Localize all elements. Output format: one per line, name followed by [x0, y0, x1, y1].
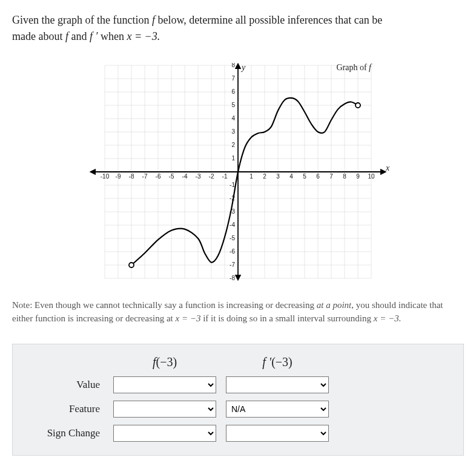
- svg-text:-1: -1: [230, 182, 235, 188]
- note-part: if it is doing so in a small interval su…: [200, 313, 373, 323]
- svg-text:2: 2: [231, 142, 235, 148]
- sign-fprime-select[interactable]: [226, 425, 329, 442]
- graph-svg: x y -10-9-8-7-6-5-4-3-2-112345678910-8-7…: [81, 63, 395, 281]
- svg-text:4: 4: [231, 115, 235, 122]
- row-label-value: Value: [25, 379, 104, 391]
- question-text: Given the graph of the function f below,…: [12, 12, 464, 45]
- svg-text:-9: -9: [116, 173, 121, 180]
- svg-text:-8: -8: [129, 173, 134, 180]
- svg-text:3: 3: [231, 128, 235, 135]
- svg-text:8: 8: [231, 63, 235, 68]
- svg-point-76: [129, 263, 134, 267]
- note-eqn: x = −3.: [374, 313, 402, 323]
- col-head-fprime: f ′(−3): [226, 355, 329, 369]
- svg-text:5: 5: [303, 173, 306, 180]
- q-part: and: [68, 30, 90, 42]
- var-fprime: f ′: [90, 30, 98, 42]
- row-label-sign: Sign Change: [25, 427, 104, 439]
- svg-text:5: 5: [231, 102, 235, 108]
- svg-text:-4: -4: [182, 173, 188, 180]
- note-part: Note: Even though we cannot technically …: [12, 300, 317, 310]
- svg-text:3: 3: [276, 173, 280, 180]
- row-label-feature: Feature: [25, 403, 104, 415]
- note-text: Note: Even though we cannot technically …: [12, 299, 464, 326]
- svg-text:7: 7: [231, 75, 235, 82]
- graph-area: Graph of f x y -10-9-8-7-6-5-4-3-2-11234…: [12, 63, 464, 281]
- feature-fprime-select[interactable]: N/A: [226, 401, 329, 418]
- svg-text:-4: -4: [230, 221, 235, 228]
- graph-title: Graph of f: [336, 63, 371, 73]
- svg-text:-6: -6: [230, 248, 235, 255]
- svg-text:-1: -1: [222, 173, 228, 180]
- q-part: Given the graph of the function: [12, 14, 152, 26]
- x-axis-label: x: [385, 163, 390, 172]
- svg-text:4: 4: [289, 173, 293, 180]
- note-eqn: x = −3: [175, 313, 200, 323]
- feature-f-select[interactable]: [113, 401, 216, 418]
- svg-text:9: 9: [356, 173, 360, 180]
- svg-text:7: 7: [329, 173, 333, 180]
- svg-text:-8: -8: [230, 275, 235, 281]
- svg-text:-10: -10: [101, 173, 110, 180]
- sign-f-select[interactable]: [113, 425, 216, 442]
- value-fprime-select[interactable]: [226, 376, 329, 393]
- svg-text:1: 1: [250, 173, 253, 180]
- eqn: x = −3.: [127, 30, 160, 42]
- svg-text:6: 6: [316, 173, 320, 180]
- svg-text:-3: -3: [196, 173, 201, 180]
- q-part: made about: [12, 30, 65, 42]
- q-part: when: [98, 30, 127, 42]
- svg-text:-2: -2: [209, 173, 214, 180]
- note-ital: at a point: [317, 300, 352, 310]
- svg-text:-7: -7: [142, 173, 148, 180]
- svg-text:-6: -6: [156, 173, 161, 180]
- value-f-select[interactable]: [113, 376, 216, 393]
- q-part: below, determine all possible inferences…: [155, 14, 382, 26]
- svg-text:1: 1: [231, 155, 235, 162]
- svg-text:-7: -7: [230, 261, 235, 268]
- svg-text:-5: -5: [169, 173, 174, 180]
- svg-text:6: 6: [231, 88, 235, 95]
- col-head-f: f(−3): [113, 355, 216, 369]
- answer-panel: f(−3) f ′(−3) Value Feature N/A Sign Cha…: [12, 344, 464, 456]
- svg-text:-5: -5: [230, 235, 235, 241]
- svg-text:2: 2: [263, 173, 266, 180]
- y-axis-label: y: [240, 63, 246, 72]
- svg-point-77: [355, 103, 360, 108]
- svg-text:10: 10: [368, 173, 375, 180]
- svg-text:8: 8: [343, 173, 346, 180]
